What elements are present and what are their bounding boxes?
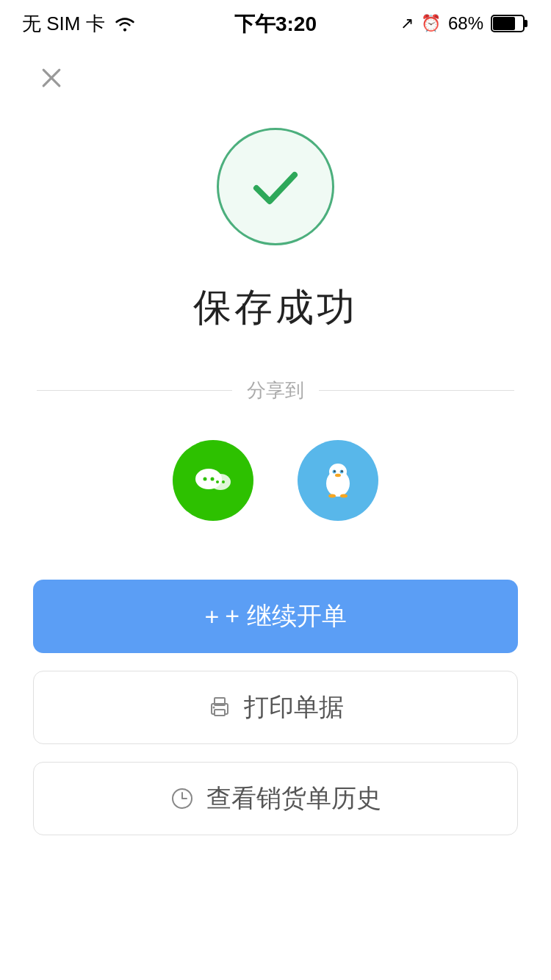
- wifi-icon: [112, 15, 137, 32]
- plus-icon: +: [204, 602, 219, 631]
- alarm-icon: ⏰: [421, 14, 441, 33]
- svg-rect-1: [524, 20, 527, 27]
- svg-point-8: [211, 478, 215, 481]
- qq-icon: [314, 457, 361, 504]
- success-icon-circle: [217, 128, 334, 245]
- svg-point-15: [334, 470, 335, 472]
- svg-point-12: [329, 464, 347, 480]
- print-button[interactable]: 打印单据: [33, 671, 518, 744]
- share-section: 分享到: [37, 378, 514, 521]
- carrier-text: 无 SIM 卡: [22, 11, 105, 37]
- continue-button[interactable]: + + 继续开单: [33, 580, 518, 653]
- status-time: 下午3:20: [234, 10, 317, 38]
- divider-left: [37, 390, 232, 391]
- svg-point-9: [216, 480, 219, 483]
- svg-point-6: [210, 474, 231, 490]
- svg-point-17: [335, 474, 341, 477]
- svg-point-16: [341, 470, 342, 472]
- location-icon: ↗: [400, 14, 414, 33]
- checkmark-icon: [246, 157, 305, 216]
- status-left: 无 SIM 卡: [22, 11, 137, 37]
- wechat-icon: [190, 457, 237, 504]
- share-qq-button[interactable]: [298, 440, 378, 521]
- share-icons-row: [173, 440, 378, 521]
- print-label: 打印单据: [244, 691, 344, 724]
- close-button[interactable]: [29, 56, 73, 100]
- main-content: 保存成功 分享到: [0, 47, 551, 835]
- svg-point-23: [213, 707, 215, 709]
- svg-point-7: [204, 478, 207, 481]
- history-icon: [170, 786, 195, 811]
- svg-rect-22: [215, 710, 225, 716]
- status-bar: 无 SIM 卡 下午3:20 ↗ ⏰ 68%: [0, 0, 551, 47]
- action-buttons: + + 继续开单 打印单据 查看销货单历史: [33, 580, 518, 835]
- battery-pct: 68%: [448, 13, 483, 34]
- print-icon: [207, 695, 232, 720]
- battery-icon: [491, 14, 529, 33]
- share-label: 分享到: [247, 378, 304, 403]
- continue-label: + 继续开单: [225, 599, 346, 633]
- share-divider-row: 分享到: [37, 378, 514, 403]
- success-title: 保存成功: [193, 282, 358, 334]
- svg-rect-2: [493, 17, 515, 30]
- divider-right: [319, 390, 514, 391]
- status-right: ↗ ⏰ 68%: [400, 13, 529, 34]
- svg-point-18: [328, 494, 336, 498]
- history-label: 查看销货单历史: [206, 782, 381, 815]
- svg-point-19: [340, 494, 347, 498]
- history-button[interactable]: 查看销货单历史: [33, 762, 518, 835]
- svg-point-10: [222, 480, 225, 483]
- share-wechat-button[interactable]: [173, 440, 253, 521]
